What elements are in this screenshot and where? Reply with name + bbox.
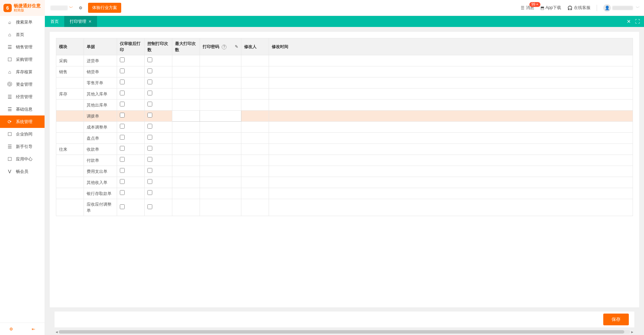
checkbox-after-audit[interactable]: [120, 113, 125, 118]
checkbox-after-audit[interactable]: [120, 102, 125, 106]
checkbox-limit[interactable]: [147, 179, 152, 184]
cell-after-audit: [117, 133, 145, 144]
cell-time: [269, 199, 633, 216]
cell-editor: [241, 111, 269, 122]
checkbox-limit[interactable]: [147, 124, 152, 129]
cell-pwd: [200, 188, 241, 199]
tab-close-all-icon[interactable]: ✕: [627, 19, 631, 24]
checkbox-after-audit[interactable]: [120, 124, 125, 129]
cell-limit: [145, 133, 172, 144]
checkbox-after-audit[interactable]: [120, 91, 125, 95]
topbar-support[interactable]: 🎧 在线客服: [567, 5, 590, 11]
sidebar-item-fund[interactable]: Ⓞ资金管理: [0, 78, 45, 91]
cell-doc: 银行存取款单: [84, 188, 117, 199]
checkbox-limit[interactable]: [147, 68, 152, 73]
fullscreen-icon[interactable]: ⛶: [635, 19, 640, 24]
checkbox-after-audit[interactable]: [120, 179, 125, 184]
checkbox-after-audit[interactable]: [120, 168, 125, 173]
sidebar-collapse-icon[interactable]: ⇤: [32, 327, 35, 332]
cell-limit: [145, 122, 172, 133]
checkbox-after-audit[interactable]: [120, 135, 125, 140]
checkbox-after-audit[interactable]: [120, 157, 125, 162]
sidebar-item-coop[interactable]: ☐企业协同: [0, 128, 45, 140]
checkbox-limit[interactable]: [147, 190, 152, 195]
cell-pwd[interactable]: [200, 111, 241, 122]
sidebar-item-label: 采购管理: [16, 57, 32, 63]
cell-time: [269, 188, 633, 199]
cell-after-audit: [117, 188, 145, 199]
cell-max: [172, 199, 200, 216]
checkbox-limit[interactable]: [147, 57, 152, 62]
sidebar-item-appcenter[interactable]: ☐应用中心: [0, 153, 45, 165]
tab-close-icon[interactable]: ✕: [88, 19, 92, 24]
sidebar-item-system[interactable]: ⟳系统管理: [0, 115, 45, 128]
table-row: 往来收款单: [56, 144, 633, 155]
cell-module: [56, 122, 84, 133]
sidebar-item-guide[interactable]: ☰新手引导: [0, 140, 45, 153]
topbar-msg[interactable]: ☰ 消息 99 +: [521, 5, 534, 11]
checkbox-after-audit[interactable]: [120, 80, 125, 84]
col-pwd: 打印密码 ? ✎: [200, 38, 241, 55]
biz-icon: ☰: [7, 94, 12, 100]
checkbox-limit[interactable]: [147, 80, 152, 84]
col-time: 修改时间: [269, 38, 633, 55]
cell-doc: 收款单: [84, 144, 117, 155]
sidebar-item-label: 库存核算: [16, 69, 32, 75]
cell-doc: 零售开单: [84, 77, 117, 89]
checkbox-after-audit[interactable]: [120, 204, 125, 209]
cell-doc: 销货单: [84, 66, 117, 77]
topbar-appdownload[interactable]: ⬒ App下载: [540, 5, 561, 11]
sidebar-item-stock[interactable]: ⌂库存核算: [0, 66, 45, 78]
horizontal-scrollbar[interactable]: ◂ ▸: [55, 330, 634, 334]
checkbox-after-audit[interactable]: [120, 146, 125, 151]
checkbox-limit[interactable]: [147, 146, 152, 151]
scroll-thumb[interactable]: [59, 330, 624, 334]
try-industry-button[interactable]: 体验行业方案: [88, 3, 121, 13]
scroll-track[interactable]: [59, 330, 630, 334]
save-button[interactable]: 保存: [603, 314, 629, 325]
topbar-item-label: App下载: [546, 5, 561, 11]
sidebar-item-search[interactable]: ⌕搜索菜单: [0, 16, 45, 28]
checkbox-after-audit[interactable]: [120, 57, 125, 62]
sidebar-item-home[interactable]: ⌂首页: [0, 28, 45, 41]
brand-title: 畅捷通好生意: [14, 3, 41, 8]
checkbox-limit[interactable]: [147, 135, 152, 140]
cell-limit: [145, 66, 172, 77]
tab-首页[interactable]: 首页: [45, 16, 64, 27]
sidebar-item-biz[interactable]: ☰经营管理: [0, 91, 45, 103]
cell-pwd: [200, 89, 241, 100]
sidebar-item-sales[interactable]: ☰销售管理: [0, 41, 45, 53]
checkbox-limit[interactable]: [147, 157, 152, 162]
cell-editor: [241, 177, 269, 188]
top-bar: 6 畅捷通好生意 精简版 ﹀ ⚙ 体验行业方案 ☰ 消息 99 + ⬒ App下…: [0, 0, 644, 16]
table-row: 其他出库单: [56, 100, 633, 111]
help-icon[interactable]: ?: [222, 45, 227, 49]
checkbox-limit[interactable]: [147, 102, 152, 106]
checkbox-after-audit[interactable]: [120, 190, 125, 195]
settings-gear-icon[interactable]: ⚙: [79, 6, 83, 10]
org-selector[interactable]: ﹀: [50, 5, 73, 11]
checkbox-limit[interactable]: [147, 113, 152, 118]
sidebar-item-base[interactable]: ☰基础信息: [0, 103, 45, 115]
coop-icon: ☐: [7, 131, 12, 137]
user-menu[interactable]: 👤 ﹀: [603, 4, 640, 12]
checkbox-limit[interactable]: [147, 91, 152, 95]
sidebar-item-vip[interactable]: V畅会员: [0, 165, 45, 178]
cell-max[interactable]: [172, 111, 200, 122]
cell-editor: [241, 166, 269, 177]
sidebar-settings-icon[interactable]: ⚙: [9, 327, 13, 332]
scroll-right-icon[interactable]: ▸: [630, 329, 634, 334]
edit-icon[interactable]: ✎: [235, 44, 238, 50]
cell-editor: [241, 188, 269, 199]
checkbox-limit[interactable]: [147, 204, 152, 209]
sidebar-item-purchase[interactable]: ☐采购管理: [0, 53, 45, 66]
checkbox-limit[interactable]: [147, 168, 152, 173]
cell-doc: 其他出库单: [84, 100, 117, 111]
tab-打印管理[interactable]: 打印管理✕: [64, 16, 97, 27]
checkbox-after-audit[interactable]: [120, 68, 125, 73]
brand-logo: 6 畅捷通好生意 精简版: [0, 0, 45, 16]
cell-max: [172, 77, 200, 89]
scroll-left-icon[interactable]: ◂: [55, 329, 59, 334]
sidebar-item-label: 企业协同: [16, 131, 32, 137]
cell-module: 库存: [56, 89, 84, 100]
